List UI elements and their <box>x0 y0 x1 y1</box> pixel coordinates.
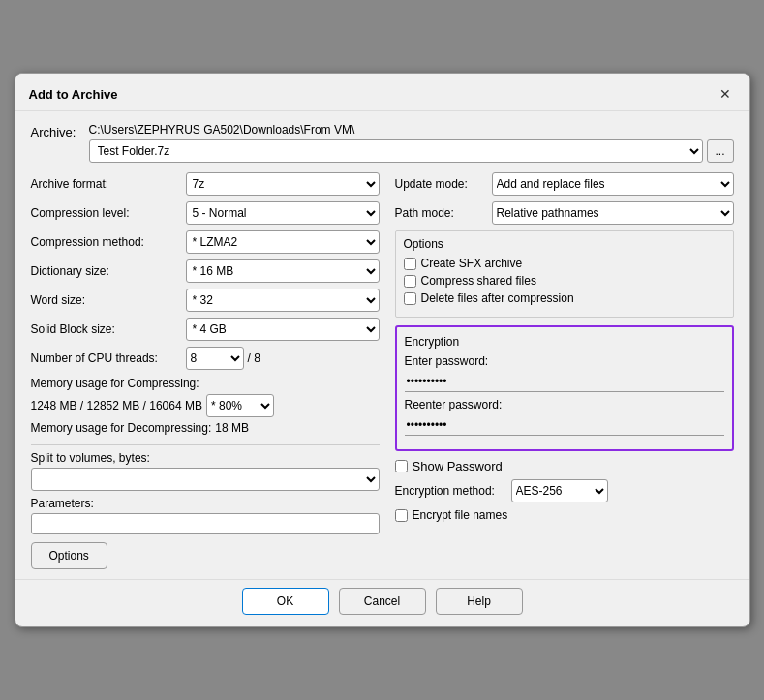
archive-format-row: Archive format: 7z <box>31 172 380 196</box>
delete-after-label: Delete files after compression <box>421 291 574 305</box>
add-to-archive-dialog: Add to Archive ✕ Archive: C:\Users\ZEPHY… <box>15 73 750 627</box>
path-mode-select[interactable]: Relative pathnames <box>492 201 734 225</box>
main-columns: Archive format: 7z Compression level: 5 … <box>31 172 734 569</box>
enter-pw-label: Enter password: <box>405 354 724 368</box>
archive-filename-select[interactable]: Test Folder.7z <box>89 139 703 163</box>
create-sfx-row: Create SFX archive <box>404 257 725 270</box>
split-label: Split to volumes, bytes: <box>31 451 380 465</box>
mem-compress-group: Memory usage for Compressing: 1248 MB / … <box>31 376 380 417</box>
encryption-legend: Encryption <box>405 335 724 349</box>
enc-method-label: Encryption method: <box>395 484 511 498</box>
archive-label: Archive: <box>31 123 89 139</box>
solid-block-row: Solid Block size: * 4 GB <box>31 318 380 341</box>
solid-block-label: Solid Block size: <box>31 322 186 336</box>
archive-row: Archive: C:\Users\ZEPHYRUS GA502\Downloa… <box>31 123 734 163</box>
update-mode-label: Update mode: <box>395 177 492 191</box>
create-sfx-label: Create SFX archive <box>421 257 523 270</box>
archive-format-label: Archive format: <box>31 177 186 191</box>
cpu-threads-max: / 8 <box>248 351 260 365</box>
mem-compress-label: Memory usage for Compressing: <box>31 377 199 390</box>
enc-method-row: Encryption method: AES-256 <box>395 479 734 502</box>
options-group: Options Create SFX archive Compress shar… <box>395 230 734 318</box>
solid-block-select[interactable]: * 4 GB <box>186 318 380 341</box>
archive-path-col: C:\Users\ZEPHYRUS GA502\Downloads\From V… <box>89 123 734 163</box>
compression-method-select[interactable]: * LZMA2 <box>186 230 380 254</box>
dialog-title: Add to Archive <box>29 87 118 102</box>
cpu-threads-row: Number of CPU threads: 8 / 8 <box>31 347 380 370</box>
word-size-row: Word size: * 32 <box>31 289 380 312</box>
word-size-select[interactable]: * 32 <box>186 289 380 312</box>
compression-level-label: Compression level: <box>31 206 186 220</box>
mem-compress-value-row: 1248 MB / 12852 MB / 16064 MB * 80% <box>31 394 380 417</box>
right-column: Update mode: Add and replace files Path … <box>395 172 734 569</box>
compress-shared-label: Compress shared files <box>421 274 536 288</box>
reenter-pw-label: Reenter password: <box>405 398 724 411</box>
help-button[interactable]: Help <box>436 588 523 615</box>
close-button[interactable]: ✕ <box>715 83 736 105</box>
split-row: Split to volumes, bytes: <box>31 451 380 491</box>
show-password-label: Show Password <box>413 459 503 473</box>
dialog-body: Archive: C:\Users\ZEPHYRUS GA502\Downloa… <box>15 111 749 579</box>
mem-compress-pct-select[interactable]: * 80% <box>206 394 274 417</box>
params-label: Parameters: <box>31 497 380 510</box>
compression-level-row: Compression level: 5 - Normal <box>31 201 380 225</box>
options-button[interactable]: Options <box>31 542 107 569</box>
dictionary-size-row: Dictionary size: * 16 MB <box>31 259 380 283</box>
encrypt-names-label: Encrypt file names <box>413 508 508 522</box>
params-row: Parameters: <box>31 497 380 534</box>
dictionary-size-select[interactable]: * 16 MB <box>186 259 380 283</box>
delete-after-checkbox[interactable] <box>404 292 416 305</box>
browse-button[interactable]: ... <box>707 139 734 163</box>
params-input[interactable] <box>31 513 380 534</box>
archive-format-select[interactable]: 7z <box>186 172 380 196</box>
mem-compress-values: 1248 MB / 12852 MB / 16064 MB <box>31 399 202 412</box>
compress-shared-checkbox[interactable] <box>404 275 416 288</box>
left-column: Archive format: 7z Compression level: 5 … <box>31 172 380 569</box>
enc-method-select[interactable]: AES-256 <box>511 479 608 502</box>
enter-pw-input[interactable] <box>405 371 724 392</box>
cpu-threads-select[interactable]: 8 <box>186 347 244 370</box>
archive-input-row: Test Folder.7z ... <box>89 139 734 163</box>
split-select[interactable] <box>31 468 380 491</box>
compression-method-row: Compression method: * LZMA2 <box>31 230 380 254</box>
encryption-group: Encryption Enter password: Reenter passw… <box>395 325 734 451</box>
encrypt-names-checkbox[interactable] <box>395 509 408 522</box>
mem-decompress-row: Memory usage for Decompressing: 18 MB <box>31 421 380 435</box>
dictionary-size-label: Dictionary size: <box>31 264 186 278</box>
cancel-button[interactable]: Cancel <box>339 588 426 615</box>
compress-shared-row: Compress shared files <box>404 274 725 288</box>
encrypt-names-row: Encrypt file names <box>395 508 734 522</box>
delete-after-row: Delete files after compression <box>404 291 725 305</box>
ok-button[interactable]: OK <box>242 588 329 615</box>
update-mode-select[interactable]: Add and replace files <box>492 172 734 196</box>
dialog-footer: OK Cancel Help <box>15 579 749 626</box>
title-bar: Add to Archive ✕ <box>15 74 749 111</box>
show-pw-row: Show Password <box>395 459 734 473</box>
create-sfx-checkbox[interactable] <box>404 258 416 270</box>
cpu-threads-label: Number of CPU threads: <box>31 351 186 365</box>
mem-decompress-label: Memory usage for Decompressing: <box>31 421 212 435</box>
mem-compress-label-row: Memory usage for Compressing: <box>31 376 380 390</box>
update-mode-row: Update mode: Add and replace files <box>395 172 734 196</box>
archive-path: C:\Users\ZEPHYRUS GA502\Downloads\From V… <box>89 123 734 137</box>
path-mode-label: Path mode: <box>395 206 492 220</box>
word-size-label: Word size: <box>31 293 186 307</box>
reenter-pw-input[interactable] <box>405 414 724 436</box>
compression-method-label: Compression method: <box>31 235 186 249</box>
show-password-checkbox[interactable] <box>395 460 408 472</box>
compression-level-select[interactable]: 5 - Normal <box>186 201 380 225</box>
options-legend: Options <box>404 237 725 251</box>
mem-decompress-value: 18 MB <box>215 421 249 435</box>
path-mode-row: Path mode: Relative pathnames <box>395 201 734 225</box>
